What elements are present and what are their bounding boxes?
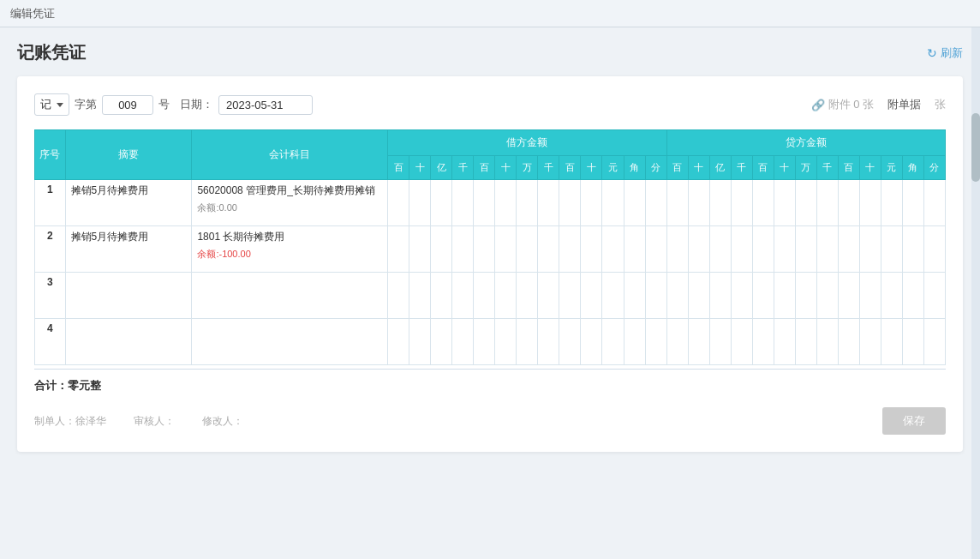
amount-cell[interactable] [688, 180, 709, 226]
amount-cell[interactable] [795, 273, 816, 319]
amount-cell[interactable] [838, 226, 859, 273]
amount-cell[interactable] [688, 226, 709, 273]
amount-cell[interactable] [731, 180, 752, 226]
amount-cell[interactable] [752, 273, 774, 319]
amount-cell[interactable] [624, 273, 645, 319]
row-account[interactable]: 1801 长期待摊费用余额:-100.00 [192, 226, 388, 273]
amount-cell[interactable] [774, 273, 795, 319]
amount-cell[interactable] [409, 273, 431, 319]
amount-cell[interactable] [666, 180, 688, 226]
table-row[interactable]: 4 [35, 319, 946, 365]
date-input[interactable] [218, 95, 313, 115]
amount-cell[interactable] [645, 226, 666, 273]
amount-cell[interactable] [838, 180, 859, 226]
amount-cell[interactable] [452, 319, 474, 365]
amount-cell[interactable] [602, 180, 624, 226]
amount-cell[interactable] [923, 319, 945, 365]
amount-cell[interactable] [816, 273, 838, 319]
amount-cell[interactable] [774, 180, 795, 226]
amount-cell[interactable] [816, 319, 838, 365]
amount-cell[interactable] [666, 226, 688, 273]
scrollbar-thumb[interactable] [971, 113, 980, 182]
amount-cell[interactable] [517, 226, 538, 273]
amount-cell[interactable] [624, 180, 645, 226]
amount-cell[interactable] [624, 226, 645, 273]
amount-cell[interactable] [517, 273, 538, 319]
amount-cell[interactable] [774, 319, 795, 365]
amount-cell[interactable] [409, 319, 431, 365]
amount-cell[interactable] [559, 273, 581, 319]
amount-cell[interactable] [902, 273, 923, 319]
amount-cell[interactable] [645, 180, 666, 226]
amount-cell[interactable] [688, 319, 709, 365]
amount-cell[interactable] [581, 226, 602, 273]
amount-cell[interactable] [816, 180, 838, 226]
amount-cell[interactable] [538, 273, 559, 319]
refresh-button[interactable]: ↻ 刷新 [927, 45, 963, 61]
amount-cell[interactable] [431, 226, 452, 273]
amount-cell[interactable] [838, 273, 859, 319]
attach-single-button[interactable]: 附单据 [887, 97, 921, 112]
amount-cell[interactable] [902, 180, 923, 226]
amount-cell[interactable] [709, 180, 731, 226]
row-summary[interactable]: 摊销5月待摊费用 [65, 180, 192, 226]
amount-cell[interactable] [474, 226, 495, 273]
table-row[interactable]: 3 [35, 273, 946, 319]
amount-cell[interactable] [731, 226, 752, 273]
amount-cell[interactable] [452, 273, 474, 319]
row-summary[interactable] [65, 273, 192, 319]
amount-cell[interactable] [752, 226, 774, 273]
amount-cell[interactable] [495, 226, 517, 273]
amount-cell[interactable] [795, 226, 816, 273]
amount-cell[interactable] [452, 180, 474, 226]
amount-cell[interactable] [409, 226, 431, 273]
amount-cell[interactable] [923, 273, 945, 319]
amount-cell[interactable] [388, 273, 409, 319]
amount-cell[interactable] [538, 180, 559, 226]
row-account[interactable]: 56020008 管理费用_长期待摊费用摊销余额:0.00 [192, 180, 388, 226]
amount-cell[interactable] [624, 319, 645, 365]
amount-cell[interactable] [409, 180, 431, 226]
amount-cell[interactable] [602, 273, 624, 319]
amount-cell[interactable] [495, 180, 517, 226]
amount-cell[interactable] [517, 180, 538, 226]
amount-cell[interactable] [881, 180, 902, 226]
row-summary[interactable]: 摊销5月待摊费用 [65, 226, 192, 273]
amount-cell[interactable] [859, 180, 881, 226]
amount-cell[interactable] [388, 319, 409, 365]
amount-cell[interactable] [517, 319, 538, 365]
amount-cell[interactable] [752, 180, 774, 226]
table-row[interactable]: 2摊销5月待摊费用1801 长期待摊费用余额:-100.00 [35, 226, 946, 273]
amount-cell[interactable] [431, 180, 452, 226]
amount-cell[interactable] [538, 319, 559, 365]
amount-cell[interactable] [645, 319, 666, 365]
amount-cell[interactable] [795, 319, 816, 365]
amount-cell[interactable] [709, 273, 731, 319]
amount-cell[interactable] [602, 226, 624, 273]
amount-cell[interactable] [581, 319, 602, 365]
amount-cell[interactable] [838, 319, 859, 365]
amount-cell[interactable] [388, 180, 409, 226]
amount-cell[interactable] [666, 273, 688, 319]
amount-cell[interactable] [666, 319, 688, 365]
amount-cell[interactable] [474, 319, 495, 365]
voucher-number-input[interactable] [102, 95, 153, 115]
amount-cell[interactable] [581, 273, 602, 319]
amount-cell[interactable] [709, 226, 731, 273]
amount-cell[interactable] [923, 226, 945, 273]
amount-cell[interactable] [731, 273, 752, 319]
amount-cell[interactable] [881, 273, 902, 319]
amount-cell[interactable] [431, 319, 452, 365]
row-summary[interactable] [65, 319, 192, 365]
amount-cell[interactable] [859, 226, 881, 273]
amount-cell[interactable] [452, 226, 474, 273]
amount-cell[interactable] [559, 319, 581, 365]
row-account[interactable] [192, 273, 388, 319]
table-row[interactable]: 1摊销5月待摊费用56020008 管理费用_长期待摊费用摊销余额:0.00 [35, 180, 946, 226]
amount-cell[interactable] [859, 319, 881, 365]
amount-cell[interactable] [881, 226, 902, 273]
amount-cell[interactable] [752, 319, 774, 365]
amount-cell[interactable] [474, 180, 495, 226]
amount-cell[interactable] [902, 226, 923, 273]
amount-cell[interactable] [774, 226, 795, 273]
